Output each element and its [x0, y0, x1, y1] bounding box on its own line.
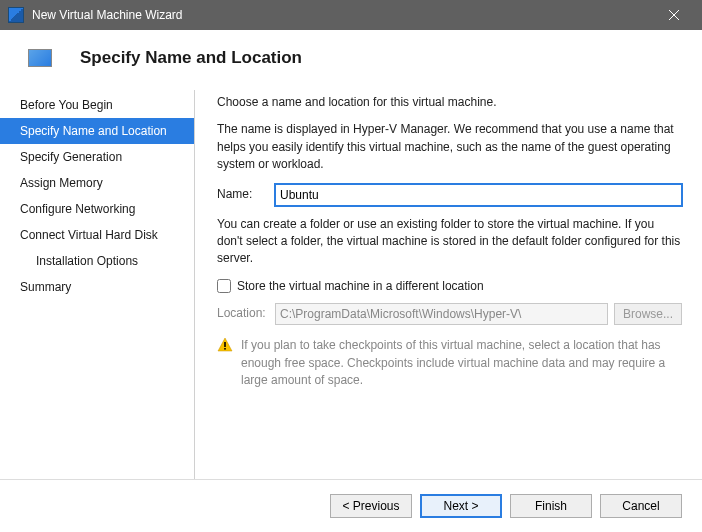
previous-button[interactable]: < Previous: [330, 494, 412, 518]
steps-sidebar: Before You Begin Specify Name and Locati…: [0, 82, 195, 487]
wizard-header: Specify Name and Location: [0, 30, 702, 82]
name-label: Name:: [217, 186, 275, 203]
step-installation-options[interactable]: Installation Options: [0, 248, 195, 274]
step-configure-networking[interactable]: Configure Networking: [0, 196, 195, 222]
window-title: New Virtual Machine Wizard: [32, 8, 654, 22]
step-assign-memory[interactable]: Assign Memory: [0, 170, 195, 196]
intro-text: Choose a name and location for this virt…: [217, 94, 682, 111]
close-button[interactable]: [654, 0, 694, 30]
store-location-row: Store the virtual machine in a different…: [217, 278, 682, 295]
step-before-you-begin[interactable]: Before You Begin: [0, 92, 195, 118]
content-area: Choose a name and location for this virt…: [195, 82, 702, 487]
warning-row: If you plan to take checkpoints of this …: [217, 337, 682, 389]
store-location-label: Store the virtual machine in a different…: [237, 278, 484, 295]
location-label: Location:: [217, 305, 275, 322]
finish-button[interactable]: Finish: [510, 494, 592, 518]
warning-icon: [217, 337, 233, 389]
wizard-footer: < Previous Next > Finish Cancel: [0, 479, 702, 532]
location-row: Location: Browse...: [217, 303, 682, 325]
wizard-body: Before You Begin Specify Name and Locati…: [0, 82, 702, 487]
name-row: Name:: [217, 184, 682, 206]
store-location-checkbox[interactable]: [217, 279, 231, 293]
vm-icon: [28, 49, 52, 67]
close-icon: [669, 10, 679, 20]
app-icon: [8, 7, 24, 23]
next-button[interactable]: Next >: [420, 494, 502, 518]
page-title: Specify Name and Location: [80, 48, 302, 68]
browse-button: Browse...: [614, 303, 682, 325]
cancel-button[interactable]: Cancel: [600, 494, 682, 518]
folder-help-text: You can create a folder or use an existi…: [217, 216, 682, 268]
location-input: [275, 303, 608, 325]
step-specify-name-location[interactable]: Specify Name and Location: [0, 118, 195, 144]
svg-rect-0: [224, 342, 226, 347]
svg-rect-1: [224, 348, 226, 350]
step-summary[interactable]: Summary: [0, 274, 195, 300]
step-connect-vhd[interactable]: Connect Virtual Hard Disk: [0, 222, 195, 248]
name-help-text: The name is displayed in Hyper-V Manager…: [217, 121, 682, 173]
warning-text: If you plan to take checkpoints of this …: [241, 337, 682, 389]
name-input[interactable]: [275, 184, 682, 206]
step-specify-generation[interactable]: Specify Generation: [0, 144, 195, 170]
titlebar: New Virtual Machine Wizard: [0, 0, 702, 30]
